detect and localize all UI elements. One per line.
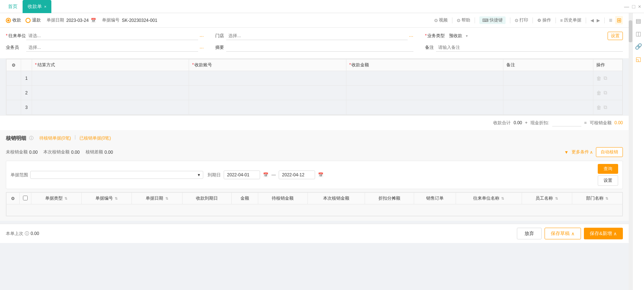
cell-settlement-3[interactable] — [32, 100, 189, 115]
list-view-icon[interactable]: ≡ — [609, 17, 612, 24]
nav-prev-icon[interactable]: ◀ — [590, 18, 594, 23]
tab-current[interactable]: 收款单 × — [23, 0, 51, 13]
bcol-pending: 待核销金额 — [258, 193, 307, 204]
cell-num-2: 2 — [21, 86, 32, 100]
restore-icon[interactable]: □ — [632, 4, 635, 9]
action-help[interactable]: ⊙ 帮助 — [457, 17, 470, 23]
radio-refund[interactable]: 退款 — [25, 17, 41, 23]
counterpart-label: 往来单位 — [6, 33, 26, 39]
query-button[interactable]: 查询 — [598, 164, 618, 174]
sidebar-doc-icon[interactable]: ◫ — [634, 29, 643, 39]
cell-remark-2[interactable] — [503, 86, 593, 100]
keyboard-icon: ⌨ — [482, 18, 488, 23]
action-shortcut[interactable]: ⌨ 快捷键 — [479, 16, 506, 24]
verifiable-label: 可核销金额 — [590, 120, 612, 126]
divider-6 — [586, 17, 586, 23]
bcol-check[interactable] — [20, 193, 31, 204]
cell-remark-3[interactable] — [503, 100, 593, 115]
more-conditions[interactable]: 更多条件 ∧ — [572, 149, 593, 155]
salesman-more-icon[interactable]: ··· — [200, 45, 204, 51]
col-settings-header[interactable]: ⚙ — [7, 59, 21, 71]
delete-icon-2[interactable]: 🗑 — [596, 90, 601, 96]
tab-done[interactable]: 已核销单据(0笔) — [76, 134, 114, 142]
tab-divider: | — [75, 134, 76, 142]
scroll-thumb[interactable] — [629, 20, 632, 42]
sidebar-expand-icon[interactable]: ◱ — [634, 54, 643, 64]
verify-title: 核销明细 ⓘ 待核销单据(0笔) | 已核销单据(0笔) — [6, 134, 623, 142]
cell-account-1[interactable] — [189, 71, 346, 86]
save-draft-button[interactable]: 保存草稿 ∧ — [545, 228, 581, 239]
remark-input[interactable] — [436, 43, 623, 52]
date-to-input[interactable] — [279, 171, 315, 179]
calendar-icon[interactable]: 📅 — [91, 18, 96, 23]
save-new-button[interactable]: 保存&新增 ∧ — [584, 228, 623, 239]
footer-info-icon[interactable]: ⓘ — [25, 231, 29, 237]
sidebar-table-icon[interactable]: ▤ — [634, 16, 643, 26]
minimize-icon[interactable]: — — [624, 4, 629, 9]
cell-amount-1[interactable] — [346, 71, 503, 86]
business-type-chevron[interactable]: ▾ — [466, 34, 468, 38]
copy-icon-1[interactable]: ⧉ — [604, 75, 607, 81]
cell-amount-2[interactable] — [346, 86, 503, 100]
range-select[interactable]: ▾ — [30, 171, 203, 179]
salesman-field: 业务员 ··· — [6, 43, 209, 52]
delete-icon-3[interactable]: 🗑 — [596, 105, 601, 110]
save-new-arrow: ∧ — [613, 231, 617, 236]
setting-button[interactable]: 设置 — [608, 32, 623, 40]
cell-account-3[interactable] — [189, 100, 346, 115]
close-window-icon[interactable]: × — [638, 4, 641, 9]
counterpart-input[interactable] — [26, 32, 198, 40]
verify-title-text: 核销明细 — [6, 135, 26, 142]
date-to-icon[interactable]: 📅 — [318, 172, 323, 177]
bcol-settings[interactable]: ⚙ — [7, 193, 20, 204]
bcol-current: 本次核销金额 — [307, 193, 365, 204]
cell-account-2[interactable] — [189, 86, 346, 100]
summary-input[interactable] — [226, 43, 413, 52]
date-from-input[interactable] — [224, 171, 260, 179]
date-field: 单据日期 2023-03-24 📅 — [47, 17, 96, 23]
discount-input[interactable] — [552, 119, 581, 126]
setting2-button[interactable]: 设置 — [598, 175, 618, 186]
grid-view-icon[interactable]: ⊞ — [615, 16, 623, 24]
cell-settlement-2[interactable] — [32, 86, 189, 100]
delete-icon-1[interactable]: 🗑 — [596, 75, 601, 81]
radio-receive[interactable]: 收款 — [6, 17, 21, 23]
tab-pending[interactable]: 待核销单据(0笔) — [36, 134, 74, 142]
sidebar-link-icon[interactable]: 🔗 — [633, 42, 644, 51]
business-type-field: 业务类型 预收款 ▾ 设置 — [419, 31, 623, 40]
nav-next-icon[interactable]: ▶ — [597, 18, 600, 23]
current-verify-stat: 本次核销金额 0.00 — [43, 149, 79, 155]
date-value[interactable]: 2023-03-24 — [66, 18, 89, 23]
auto-verify-button[interactable]: 自动核销 — [596, 147, 623, 157]
copy-icon-3[interactable]: ⧉ — [604, 104, 607, 110]
bcol-type: 单据类型 ⇅ — [31, 193, 82, 204]
divider-3 — [510, 17, 510, 23]
verify-info-icon[interactable]: ⓘ — [29, 135, 34, 141]
discard-button[interactable]: 放弃 — [517, 228, 542, 239]
action-print[interactable]: ⊙ 打印 — [515, 17, 528, 23]
tab-home[interactable]: 首页 — [3, 0, 23, 13]
scroll-track[interactable] — [629, 13, 632, 243]
window-controls: — □ × — [624, 4, 641, 9]
cell-amount-3[interactable] — [346, 100, 503, 115]
date-from-icon[interactable]: 📅 — [263, 172, 268, 177]
copy-icon-2[interactable]: ⧉ — [604, 90, 607, 96]
cell-settings-3 — [7, 100, 21, 115]
filter-icon[interactable]: ▼ — [564, 150, 569, 155]
cell-settings-2 — [7, 86, 21, 100]
action-video[interactable]: ⊙ 视频 — [434, 17, 448, 23]
action-history[interactable]: ≡ 历史单据 — [560, 17, 581, 23]
store-input[interactable] — [226, 32, 408, 40]
select-all-checkbox[interactable] — [23, 196, 28, 200]
cell-remark-1[interactable] — [503, 71, 593, 86]
store-more-icon[interactable]: ··· — [409, 33, 413, 39]
save-new-label: 保存&新增 — [590, 230, 612, 237]
action-operation[interactable]: ⚙ 操作 — [537, 17, 551, 23]
table-row: 2 🗑 ⧉ — [7, 86, 623, 100]
radio-refund-dot — [25, 18, 31, 23]
counterpart-more-icon[interactable]: ··· — [200, 33, 204, 39]
salesman-input[interactable] — [26, 43, 198, 52]
cell-settings-1 — [7, 71, 21, 86]
cell-settlement-1[interactable] — [32, 71, 189, 86]
tab-close-icon[interactable]: × — [44, 4, 46, 9]
